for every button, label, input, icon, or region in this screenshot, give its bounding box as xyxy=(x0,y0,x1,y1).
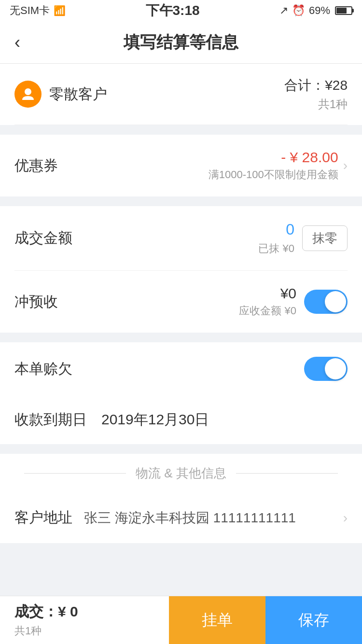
due-date-row: 收款到期日 2019年12月30日 xyxy=(14,395,348,444)
gap-1 xyxy=(0,125,362,135)
wifi-icon: 📶 xyxy=(54,5,66,16)
due-date-value[interactable]: 2019年12月30日 xyxy=(101,410,209,430)
sim-signal: 无SIM卡 xyxy=(10,3,50,18)
prereceive-amount-wrap: ¥0 应收金额 ¥0 xyxy=(239,285,296,318)
chevron-right-icon: › xyxy=(343,158,348,173)
amount-section: 成交金额 0 已抹 ¥0 抹零 冲预收 ¥0 应收金额 ¥0 xyxy=(0,206,362,333)
coupon-right: - ¥ 28.00 满1000-100不限制使用金额 › xyxy=(209,149,348,182)
round-zero-button[interactable]: 抹零 xyxy=(302,225,348,251)
status-left: 无SIM卡 📶 xyxy=(10,3,66,18)
address-value: 张三 海淀永丰科技园 11111111111 xyxy=(84,509,343,527)
deal-amount-row: 成交金额 0 已抹 ¥0 抹零 xyxy=(14,206,348,271)
coupon-info: - ¥ 28.00 满1000-100不限制使用金额 xyxy=(209,149,338,182)
customer-left: 零散客户 xyxy=(14,81,107,108)
bottom-deal-amount: ¥ 0 xyxy=(58,603,78,619)
bottom-deal-text: 成交：¥ 0 xyxy=(14,602,154,622)
customer-name: 零散客户 xyxy=(49,84,107,104)
status-time: 下午3:18 xyxy=(146,1,200,20)
bottom-count: 共1种 xyxy=(14,624,154,638)
bottom-bar: 成交：¥ 0 共1种 挂单 保存 xyxy=(0,596,362,644)
battery-icon xyxy=(335,6,352,15)
deal-amount-right: 0 已抹 ¥0 抹零 xyxy=(258,221,348,256)
customer-section: 零散客户 合计：¥28 共1种 xyxy=(0,64,362,125)
nav-bar: ‹ 填写结算等信息 xyxy=(0,21,362,64)
gap-2 xyxy=(0,196,362,206)
bottom-summary: 成交：¥ 0 共1种 xyxy=(0,602,169,638)
due-date-label: 收款到期日 xyxy=(14,410,87,430)
debt-row: 本单赊欠 xyxy=(14,342,348,395)
pre-receive-right: ¥0 应收金额 ¥0 xyxy=(239,285,348,318)
bottom-deal-label: 成交： xyxy=(14,603,58,619)
deal-amount-label: 成交金额 xyxy=(14,228,72,248)
customer-right: 合计：¥28 共1种 xyxy=(284,76,348,112)
logistics-header: 物流 & 其他信息 xyxy=(0,454,362,492)
address-label: 客户地址 xyxy=(14,508,72,528)
status-right: ↗ ⏰ 69% xyxy=(279,4,352,17)
save-button[interactable]: 保存 xyxy=(265,596,362,644)
address-row[interactable]: 客户地址 张三 海淀永丰科技园 11111111111 › xyxy=(14,492,348,543)
alarm-icon: ⏰ xyxy=(292,4,305,17)
page-title: 填写结算等信息 xyxy=(124,31,238,54)
svg-point-0 xyxy=(25,88,31,95)
header-line-left xyxy=(24,473,126,474)
status-bar: 无SIM卡 📶 下午3:18 ↗ ⏰ 69% xyxy=(0,0,362,21)
avatar xyxy=(14,81,42,108)
debt-label: 本单赊欠 xyxy=(14,359,72,379)
prereceive-sub: 应收金额 ¥0 xyxy=(239,304,296,318)
pre-receive-toggle[interactable] xyxy=(304,290,348,314)
gap-3 xyxy=(0,333,362,342)
coupon-section: 优惠券 - ¥ 28.00 满1000-100不限制使用金额 › xyxy=(0,135,362,196)
coupon-label: 优惠券 xyxy=(14,156,58,176)
header-line-right xyxy=(236,473,338,474)
deal-amount-sub: 已抹 ¥0 xyxy=(258,241,294,256)
battery-percent: 69% xyxy=(309,4,330,17)
debt-section: 本单赊欠 收款到期日 2019年12月30日 xyxy=(0,342,362,444)
back-button[interactable]: ‹ xyxy=(14,32,20,53)
address-chevron-icon: › xyxy=(343,510,348,526)
coupon-discount: - ¥ 28.00 xyxy=(209,149,338,166)
location-icon: ↗ xyxy=(279,4,288,17)
total-count: 共1种 xyxy=(284,97,348,112)
gap-4 xyxy=(0,444,362,454)
hang-order-button[interactable]: 挂单 xyxy=(169,596,265,644)
pre-receive-row: 冲预收 ¥0 应收金额 ¥0 xyxy=(14,271,348,333)
coupon-desc: 满1000-100不限制使用金额 xyxy=(209,168,338,182)
logistics-header-text: 物流 & 其他信息 xyxy=(136,465,226,482)
debt-toggle[interactable] xyxy=(304,357,348,381)
total-amount: 合计：¥28 xyxy=(284,76,348,95)
prereceive-amount: ¥0 xyxy=(239,285,296,302)
debt-right xyxy=(304,357,348,381)
deal-amount-value[interactable]: 0 xyxy=(258,221,294,238)
customer-row: 零散客户 合计：¥28 共1种 xyxy=(14,64,348,125)
pre-receive-label: 冲预收 xyxy=(14,292,58,312)
coupon-row[interactable]: 优惠券 - ¥ 28.00 满1000-100不限制使用金额 › xyxy=(14,135,348,196)
address-section: 客户地址 张三 海淀永丰科技园 11111111111 › xyxy=(0,492,362,543)
